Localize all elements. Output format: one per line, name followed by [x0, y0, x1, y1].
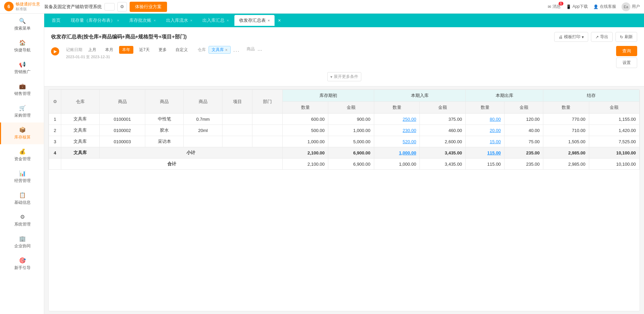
warehouse-tag-close[interactable]: ×: [225, 48, 228, 52]
total-opening-amt: 6,900.00: [328, 159, 374, 170]
tab-recv-summary-close[interactable]: ×: [268, 18, 270, 22]
app-download-button[interactable]: 📱 App下载: [566, 4, 588, 10]
col-product-spec-header: 商品: [184, 90, 222, 114]
sidebar-item-finance[interactable]: 💰 资金管理: [0, 144, 44, 166]
table-wrapper: ⚙ 仓库 商品 商品 商品 项目 部门 库存期初 本期入库 本期出库 结存: [48, 89, 640, 311]
tab-inout-flow[interactable]: 出入库流水 ×: [161, 15, 197, 26]
query-button[interactable]: 查询: [616, 46, 637, 56]
tab-bar-close[interactable]: ×: [278, 18, 281, 23]
table-settings-icon[interactable]: ⚙: [53, 99, 57, 104]
brand-tag: 标准版: [16, 6, 40, 12]
col-project-header: 项目: [222, 90, 252, 114]
filter-custom[interactable]: 自定义: [172, 46, 191, 54]
expand-more-button[interactable]: ▾ 展开更多条件: [327, 72, 361, 81]
filter-7days[interactable]: 近7天: [136, 46, 153, 54]
row-in-amt: 2,600.00: [420, 136, 466, 147]
marketing-icon: 📢: [19, 61, 26, 68]
tab-inout-flow-close[interactable]: ×: [190, 18, 192, 22]
total-row: 合计 2,100.00 6,900.00 1,000.00 3,435.00 1…: [49, 159, 640, 170]
filter-toggle[interactable]: ▶: [51, 47, 59, 55]
sidebar-label-search: 搜索菜单: [14, 26, 31, 31]
subtotal-out-qty-link[interactable]: 115.00: [487, 150, 501, 155]
page-content: 收发存汇总表(按仓库+商品编码+商品+规格型号+项目+部门) 🖨 模板打印 ▾ …: [44, 27, 644, 314]
col-closing-qty-header: 数量: [543, 102, 589, 114]
refresh-button[interactable]: ↻ 刷新: [615, 32, 637, 42]
total-opening-qty: 2,100.00: [282, 159, 328, 170]
system-title: 装备及固定资产辅助管理系统: [44, 4, 102, 10]
sidebar-item-search[interactable]: 🔍 搜索菜单: [0, 14, 44, 35]
subtotal-in-qty-link[interactable]: 1,000.00: [399, 150, 416, 155]
in-qty-link[interactable]: 520.00: [403, 139, 416, 144]
tab-batch-close[interactable]: ×: [153, 18, 155, 22]
print-button[interactable]: 🖨 模板打印 ▾: [554, 32, 588, 42]
row-no: 1: [49, 114, 61, 125]
filter-this-year[interactable]: 本年: [119, 46, 133, 54]
page-header: 收发存汇总表(按仓库+商品编码+商品+规格型号+项目+部门) 🖨 模板打印 ▾ …: [44, 27, 644, 86]
row-closing-amt: 1,155.00: [589, 114, 639, 125]
filter-more[interactable]: 更多: [155, 46, 170, 54]
expand-down-icon: ▾: [330, 75, 332, 79]
newbie-icon: 🎯: [19, 257, 26, 264]
sidebar-item-purchase[interactable]: 🛒 采购管理: [0, 101, 44, 122]
trial-button[interactable]: 体验行业方案: [130, 2, 167, 12]
row-opening-amt: 1,000.00: [328, 125, 374, 136]
sidebar-item-system[interactable]: ⚙ 系统管理: [0, 210, 44, 231]
subtotal-warehouse: 文具库: [61, 147, 100, 159]
total-label: 合计: [61, 159, 283, 170]
filter-last-month[interactable]: 上月: [85, 46, 99, 54]
tab-stock-dist-close[interactable]: ×: [117, 18, 119, 22]
subtotal-out-qty: 115.00: [465, 147, 504, 159]
purchase-icon: 🛒: [19, 105, 26, 111]
row-project: [222, 136, 252, 147]
tab-recv-summary[interactable]: 收发存汇总表 ×: [234, 15, 275, 26]
sidebar-item-enterprise[interactable]: 🏢 企业协同: [0, 231, 44, 253]
tab-inout-summary[interactable]: 出入库汇总 ×: [198, 15, 233, 26]
row-no: 2: [49, 125, 61, 136]
out-qty-link[interactable]: 80.00: [490, 117, 501, 122]
row-project: [222, 125, 252, 136]
product-more-dots[interactable]: ...: [258, 46, 262, 52]
row-warehouse: 文具库: [61, 125, 100, 136]
system-name-area: 装备及固定资产辅助管理系统 ⚙ 体验行业方案: [44, 2, 544, 12]
out-qty-link[interactable]: 15.00: [490, 139, 501, 144]
user-menu[interactable]: Ea 用户: [622, 2, 640, 11]
warehouse-more-dots[interactable]: ...: [233, 47, 240, 53]
row-product-code: 0100002: [99, 125, 145, 136]
sidebar-label-inventory: 库存核算: [14, 134, 31, 140]
messages-badge: 6: [559, 2, 563, 5]
home-icon: 🏠: [19, 39, 26, 46]
sidebar-item-inventory[interactable]: 📦 库存核算: [0, 122, 44, 144]
sidebar-item-newbie[interactable]: 🎯 新手引导: [0, 253, 44, 275]
filter-date-row: 记账日期 上月 本月 本年 近7天 更多 自定义: [66, 46, 191, 54]
top-settings-button[interactable]: ⚙: [117, 2, 127, 12]
tab-batch[interactable]: 库存批次账 ×: [125, 15, 160, 26]
sidebar-label-enterprise: 企业协同: [14, 243, 31, 249]
set-button[interactable]: 设置: [616, 57, 637, 68]
warehouse-tag[interactable]: 文具库 ×: [209, 46, 231, 54]
col-out-qty-header: 数量: [465, 102, 504, 114]
export-button[interactable]: ↗ 导出: [591, 32, 613, 42]
row-in-amt: 460.00: [420, 125, 466, 136]
total-out-qty: 115.00: [465, 159, 504, 170]
row-product-code: 0100003: [99, 136, 145, 147]
row-product-name: 中性笔: [145, 114, 184, 125]
system-select[interactable]: [104, 3, 115, 11]
tab-home[interactable]: 首页: [47, 15, 65, 26]
tab-stock-dist[interactable]: 现存量（库存分布表） ×: [66, 15, 124, 26]
in-qty-link[interactable]: 250.00: [403, 117, 416, 122]
sidebar-item-basic[interactable]: 📋 基础信息: [0, 188, 44, 210]
tab-inout-summary-close[interactable]: ×: [227, 18, 229, 22]
online-service-button[interactable]: 👤 在线客服: [593, 4, 616, 10]
col-dept-header: 部门: [252, 90, 282, 114]
in-qty-link[interactable]: 230.00: [403, 128, 416, 133]
row-out-qty: 15.00: [465, 136, 504, 147]
filter-this-month[interactable]: 本月: [102, 46, 116, 54]
out-qty-link[interactable]: 20.00: [490, 128, 501, 133]
sidebar-item-quicknav[interactable]: 🏠 快捷导航: [0, 35, 44, 57]
sidebar-item-operation[interactable]: 📊 经营管理: [0, 166, 44, 188]
messages-button[interactable]: ✉ 消息 6: [548, 4, 561, 10]
sidebar-item-sales[interactable]: 💼 销售管理: [0, 79, 44, 101]
sidebar-item-marketing[interactable]: 📢 营销推广: [0, 57, 44, 79]
total-empty-1: [49, 159, 61, 170]
col-out-group: 本期出库: [465, 90, 543, 102]
